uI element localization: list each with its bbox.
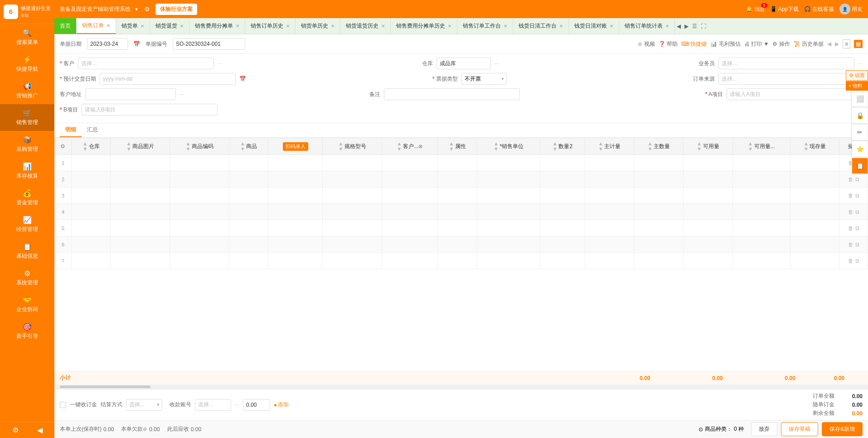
copy-icon[interactable]: ⧉ xyxy=(855,225,859,231)
tab-sales-order[interactable]: 销售订单 ✕ xyxy=(77,18,116,34)
th-sales-unit[interactable]: ▲▼*销售单位 xyxy=(477,138,540,155)
notifications-badge[interactable]: 🔔 9 消息 xyxy=(746,6,764,13)
invoice-select[interactable]: 不开票 xyxy=(461,73,507,85)
sidebar-item-inventory[interactable]: 📊 库存核算 xyxy=(0,158,54,184)
address-more-icon[interactable]: ··· xyxy=(179,91,184,97)
form-view-btn[interactable]: ▦ xyxy=(854,40,863,48)
tab-sales-order-history-close[interactable]: ✕ xyxy=(286,24,290,29)
table-cell[interactable] xyxy=(585,171,634,188)
table-cell[interactable] xyxy=(732,204,790,220)
account-input[interactable]: 选择... xyxy=(195,399,231,411)
table-cell[interactable] xyxy=(438,253,477,269)
table-cell[interactable] xyxy=(790,236,839,253)
sidebar-item-enterprise[interactable]: 🤝 企业协同 xyxy=(0,291,54,318)
float-btn-3[interactable]: ✏ xyxy=(852,124,868,140)
table-cell[interactable] xyxy=(71,204,110,220)
table-cell[interactable] xyxy=(585,155,634,171)
table-cell[interactable] xyxy=(732,236,790,253)
table-cell[interactable] xyxy=(71,253,110,269)
table-cell[interactable] xyxy=(732,171,790,188)
abandon-btn[interactable]: 放弃 xyxy=(751,422,777,436)
table-cell[interactable] xyxy=(585,220,634,236)
tab-invoice-history[interactable]: 销货单历史 ✕ xyxy=(296,18,340,34)
th-main-unit[interactable]: ▲▼主计量 xyxy=(585,138,634,155)
shortcut-btn[interactable]: ⌨ 快捷键 xyxy=(681,40,707,48)
copy-icon[interactable]: ⧉ xyxy=(855,176,859,183)
goods-count[interactable]: ⊙ 商品种类： 0 种 xyxy=(698,425,744,433)
table-cell[interactable] xyxy=(585,204,634,220)
table-cell[interactable] xyxy=(229,253,268,269)
th-scan[interactable]: 扫码录入 xyxy=(268,138,323,155)
table-cell[interactable] xyxy=(382,171,437,188)
salesman-input[interactable]: 选择... xyxy=(718,58,854,69)
table-cell[interactable] xyxy=(229,220,268,236)
tab-return-history[interactable]: 销货退货历史 ✕ xyxy=(340,18,391,34)
table-cell[interactable] xyxy=(477,155,540,171)
table-cell[interactable] xyxy=(323,171,382,188)
th-main-qty[interactable]: ▲▼主数量 xyxy=(634,138,684,155)
table-cell[interactable] xyxy=(111,253,170,269)
nav-next[interactable]: ▶ xyxy=(835,41,839,47)
table-cell[interactable] xyxy=(790,171,839,188)
copy-icon[interactable]: ⧉ xyxy=(855,241,859,248)
th-quantity2[interactable]: ▲▼数量2 xyxy=(540,138,585,155)
add-material-btn[interactable]: + 物料 xyxy=(846,81,868,91)
table-cell[interactable] xyxy=(229,204,268,220)
table-cell[interactable] xyxy=(438,171,477,188)
th-gear[interactable]: ⚙ xyxy=(55,138,72,155)
table-cell[interactable] xyxy=(382,236,437,253)
table-cell[interactable] xyxy=(438,188,477,204)
history-btn[interactable]: 📜 历史单据 xyxy=(794,40,824,48)
customer-address-input[interactable] xyxy=(85,88,176,100)
table-cell[interactable] xyxy=(732,188,790,204)
table-cell[interactable] xyxy=(634,236,684,253)
table-cell[interactable] xyxy=(790,188,839,204)
table-cell[interactable] xyxy=(790,204,839,220)
table-cell[interactable] xyxy=(540,155,585,171)
table-cell[interactable] xyxy=(323,253,382,269)
table-cell[interactable] xyxy=(382,253,437,269)
remark-input[interactable] xyxy=(384,88,520,100)
tab-sales-order-close[interactable]: ✕ xyxy=(107,23,110,28)
table-cell[interactable] xyxy=(634,171,684,188)
table-cell[interactable] xyxy=(382,188,437,204)
table-cell[interactable] xyxy=(540,204,585,220)
table-cell[interactable] xyxy=(268,204,323,220)
table-cell[interactable] xyxy=(111,155,170,171)
solution-button[interactable]: 体验行业方案 xyxy=(155,4,197,15)
tab-sales-invoice-close[interactable]: ✕ xyxy=(141,24,144,29)
table-cell[interactable] xyxy=(477,204,540,220)
th-customer-attr[interactable]: ▲▼客户...⊙ xyxy=(382,138,437,155)
table-cell[interactable] xyxy=(170,253,229,269)
table-cell[interactable] xyxy=(71,236,110,253)
tab-home[interactable]: 首页 xyxy=(54,18,77,34)
app-download-btn[interactable]: 📱 App下载 xyxy=(770,5,799,13)
tabs-nav-next[interactable]: ▶ xyxy=(683,23,690,29)
order-no-input[interactable]: SO-20230324-001 xyxy=(173,38,245,50)
table-cell[interactable] xyxy=(229,188,268,204)
topbar-gear-icon[interactable]: ⚙ xyxy=(144,5,150,13)
tabs-nav-menu[interactable]: ☰ xyxy=(690,23,699,29)
table-cell[interactable] xyxy=(732,155,790,171)
a-project-input[interactable]: 请输入A项目 xyxy=(727,88,863,100)
table-cell[interactable] xyxy=(438,236,477,253)
tabs-nav-prev[interactable]: ◀ xyxy=(675,23,683,29)
scan-input-btn[interactable]: 扫码录入 xyxy=(283,142,308,151)
delivery-calendar-icon[interactable]: 📅 xyxy=(239,76,246,82)
table-cell[interactable] xyxy=(170,220,229,236)
video-btn[interactable]: ⊙ 视频 xyxy=(638,40,655,48)
table-cell[interactable] xyxy=(732,253,790,269)
table-cell[interactable] xyxy=(683,171,732,188)
table-cell[interactable] xyxy=(634,188,684,204)
table-cell[interactable] xyxy=(683,253,732,269)
table-cell[interactable] xyxy=(585,253,634,269)
table-cell[interactable] xyxy=(540,236,585,253)
tab-daily-workspace[interactable]: 钱货日清工作台 ✕ xyxy=(513,18,569,34)
table-cell[interactable] xyxy=(382,155,437,171)
table-cell[interactable] xyxy=(268,155,323,171)
table-cell[interactable] xyxy=(683,204,732,220)
tab-sales-expense[interactable]: 销售费用分摊单 ✕ xyxy=(189,18,245,34)
sidebar-item-system[interactable]: ⚙ 系统管理 xyxy=(0,265,54,291)
table-cell[interactable] xyxy=(323,220,382,236)
float-btn-1[interactable]: ⬜ xyxy=(852,91,868,107)
